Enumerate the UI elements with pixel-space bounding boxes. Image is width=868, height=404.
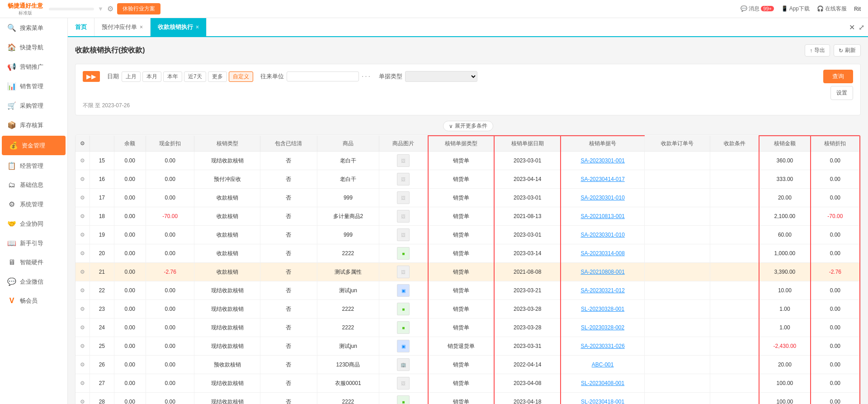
refresh-btn[interactable]: ↻ 刷新 bbox=[834, 44, 861, 57]
cell-verify-bill-no[interactable]: SA-20230331-026 bbox=[561, 337, 645, 356]
cell-verify-discount: 0.00 bbox=[811, 189, 860, 207]
sidebar-item-inventory[interactable]: 📦 库存核算 bbox=[0, 115, 67, 135]
cell-verify-bill-no[interactable]: SL-20230328-002 bbox=[561, 318, 645, 337]
date-this-year[interactable]: 本年 bbox=[163, 71, 182, 82]
sidebar-item-sales[interactable]: 📊 销售管理 bbox=[0, 76, 67, 96]
sidebar-item-base-info[interactable]: 🗂 基础信息 bbox=[0, 176, 67, 195]
sidebar-item-ops[interactable]: 📋 经营管理 bbox=[0, 156, 67, 176]
cell-verify-bill-no[interactable]: SA-20230414-017 bbox=[561, 170, 645, 189]
unit-input[interactable] bbox=[287, 71, 359, 81]
export-btn[interactable]: ↑ 导出 bbox=[805, 44, 830, 57]
cell-settings[interactable]: ⚙ bbox=[75, 244, 90, 263]
table-row: ⚙ 25 0.00 0.00 现结收款核销 否 测试jun ▣ 销货退货单 20… bbox=[75, 337, 860, 356]
cell-settings[interactable]: ⚙ bbox=[75, 300, 90, 318]
cell-verify-bill-no[interactable]: ABC-001 bbox=[561, 356, 645, 374]
sidebar-item-guide[interactable]: 📖 新手引导 bbox=[0, 233, 67, 253]
sidebar-item-system[interactable]: ⚙ 系统管理 bbox=[0, 195, 67, 214]
cell-settings[interactable]: ⚙ bbox=[75, 393, 90, 404]
sidebar-item-search[interactable]: 🔍 搜索菜单 bbox=[0, 18, 67, 38]
cell-verify-amount: 1,000.00 bbox=[759, 244, 810, 263]
filter-toggle-btn[interactable]: ▶▶ bbox=[83, 71, 100, 82]
cell-verify-bill-no[interactable]: SA-20210813-001 bbox=[561, 207, 645, 226]
industry-btn[interactable]: 休验行业方案 bbox=[117, 3, 160, 14]
date-range-text: 不限 至 2023-07-26 bbox=[83, 102, 853, 109]
sidebar-item-quick-nav[interactable]: 🏠 快捷导航 bbox=[0, 38, 67, 57]
notification-item[interactable]: 💬 消息 99+ bbox=[741, 5, 774, 13]
tab-close-btn[interactable]: ✕ bbox=[849, 23, 855, 32]
cell-verify-bill-no[interactable]: SL-20230418-001 bbox=[561, 393, 645, 404]
sidebar-item-member[interactable]: V 畅会员 bbox=[0, 291, 67, 310]
cell-settings[interactable]: ⚙ bbox=[75, 337, 90, 356]
cell-verify-bill-no[interactable]: SA-20230301-010 bbox=[561, 189, 645, 207]
cell-verify-discount: 0.00 bbox=[811, 300, 860, 318]
cell-settings[interactable]: ⚙ bbox=[75, 281, 90, 300]
ops-icon: 📋 bbox=[7, 162, 16, 170]
tab-prepay-close[interactable]: × bbox=[140, 24, 143, 30]
cell-verify-bill-type: 销货单 bbox=[428, 356, 495, 374]
cell-settings[interactable]: ⚙ bbox=[75, 170, 90, 189]
app-download-item[interactable]: 📱 App下载 bbox=[781, 5, 810, 13]
online-service-item[interactable]: 🎧 在线客服 bbox=[817, 5, 847, 13]
inventory-icon: 📦 bbox=[7, 121, 16, 129]
cell-settings[interactable]: ⚙ bbox=[75, 207, 90, 226]
sidebar-item-wechat[interactable]: 💬 企业微信 bbox=[0, 272, 67, 291]
tab-expand-btn[interactable]: ⤢ bbox=[859, 23, 864, 32]
cell-receipt-condition bbox=[710, 244, 759, 263]
cell-verify-bill-no[interactable]: SA-20230314-008 bbox=[561, 244, 645, 263]
cell-verify-bill-no[interactable]: SL-20230408-001 bbox=[561, 374, 645, 393]
date-last-month[interactable]: 上月 bbox=[122, 71, 141, 82]
tab-collection-close[interactable]: × bbox=[196, 24, 199, 30]
cell-verify-bill-no[interactable]: SA-20230301-010 bbox=[561, 226, 645, 244]
query-btn[interactable]: 查询 bbox=[823, 70, 853, 83]
cell-settings[interactable]: ⚙ bbox=[75, 189, 90, 207]
cell-verify-bill-no[interactable]: SA-20230321-012 bbox=[561, 281, 645, 300]
cell-verify-type: 现结收款核销 bbox=[194, 318, 260, 337]
marketing-icon: 📢 bbox=[7, 62, 16, 71]
dropdown-icon[interactable]: ▼ bbox=[98, 5, 104, 12]
cell-settings[interactable]: ⚙ bbox=[75, 226, 90, 244]
date-custom[interactable]: 自定义 bbox=[229, 71, 253, 82]
cell-seq: 23 bbox=[90, 300, 114, 318]
cell-receipt-order-no bbox=[645, 356, 710, 374]
top-search-bar[interactable] bbox=[49, 8, 94, 10]
cell-settings[interactable]: ⚙ bbox=[75, 152, 90, 170]
tab-prepay[interactable]: 预付冲应付单 × bbox=[94, 18, 151, 36]
cell-verify-bill-date: 2021-08-08 bbox=[494, 263, 561, 281]
expand-more-btn[interactable]: ∨ 展开更多条件 bbox=[443, 121, 493, 131]
sidebar-item-enterprise[interactable]: 🤝 企业协同 bbox=[0, 214, 67, 233]
cell-include-settled: 否 bbox=[260, 263, 317, 281]
sidebar-item-smart-hw[interactable]: 🖥 智能硬件 bbox=[0, 253, 67, 272]
tab-collection[interactable]: 收款核销执行 × bbox=[151, 18, 207, 36]
cell-product-img: 🖼 bbox=[379, 152, 428, 170]
cell-product-img: 🏢 bbox=[379, 356, 428, 374]
table-row: ⚙ 17 0.00 0.00 收款核销 否 999 🖼 销货单 2023-03-… bbox=[75, 189, 860, 207]
cell-verify-bill-date: 2023-03-01 bbox=[494, 226, 561, 244]
cell-settings[interactable]: ⚙ bbox=[75, 263, 90, 281]
receipt-type-select[interactable] bbox=[405, 71, 477, 82]
cell-verify-bill-date: 2023-04-08 bbox=[494, 374, 561, 393]
cell-verify-bill-no[interactable]: SL-20230328-001 bbox=[561, 300, 645, 318]
cell-settings[interactable]: ⚙ bbox=[75, 374, 90, 393]
sidebar-item-finance[interactable]: 💰 资金管理 bbox=[2, 136, 66, 155]
sidebar-item-marketing[interactable]: 📢 营销推广 bbox=[0, 57, 67, 76]
cell-verify-type: 收款核销 bbox=[194, 226, 260, 244]
tab-home[interactable]: 首页 bbox=[68, 18, 94, 36]
cell-settings[interactable]: ⚙ bbox=[75, 356, 90, 374]
cell-verify-type: 现结收款核销 bbox=[194, 393, 260, 404]
filter-setting-btn[interactable]: 设置 bbox=[830, 86, 853, 100]
date-7days[interactable]: 近7天 bbox=[184, 71, 206, 82]
th-settings[interactable]: ⚙ bbox=[75, 136, 90, 152]
cell-verify-bill-no[interactable]: SA-20210808-001 bbox=[561, 263, 645, 281]
cell-verify-bill-no[interactable]: SA-20230301-001 bbox=[561, 152, 645, 170]
settings-icon[interactable]: ⚙ bbox=[107, 5, 113, 13]
date-this-month[interactable]: 本月 bbox=[142, 71, 161, 82]
cell-settings[interactable]: ⚙ bbox=[75, 318, 90, 337]
date-more[interactable]: 更多 bbox=[208, 71, 227, 82]
cell-verify-amount: 100.00 bbox=[759, 393, 810, 404]
cell-verify-type: 现结收款核销 bbox=[194, 281, 260, 300]
cell-verify-bill-type: 销货单 bbox=[428, 170, 495, 189]
filter-bar: ▶▶ 日期 上月 本月 本年 近7天 更多 自定义 往来单位 bbox=[75, 64, 861, 115]
cell-product: 测试jun bbox=[317, 337, 379, 356]
sidebar-item-purchase[interactable]: 🛒 采购管理 bbox=[0, 96, 67, 115]
cell-product-img: 🖼 bbox=[379, 189, 428, 207]
